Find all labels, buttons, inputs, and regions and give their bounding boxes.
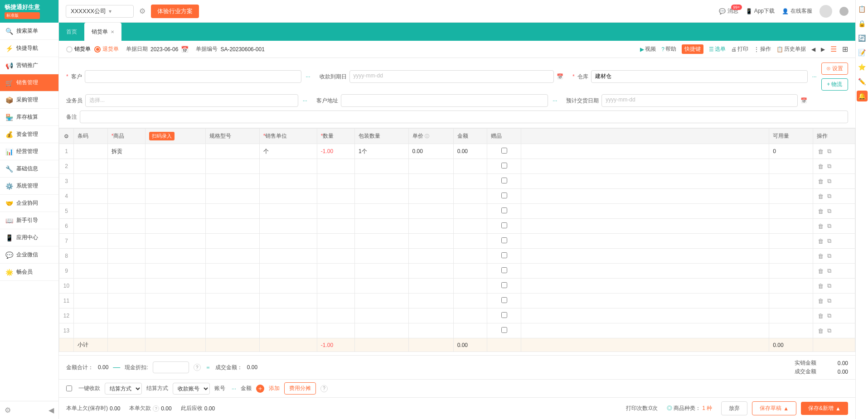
select-btn[interactable]: ☰ 选单 [709,45,726,53]
right-icon-bell[interactable]: 🔔 [857,91,868,101]
sidebar-item-enterprise[interactable]: 🤝 企业协同 [0,195,58,212]
address-dots[interactable]: ··· [553,97,557,104]
sidebar-item-app-center[interactable]: 📱 应用中心 [0,229,58,246]
logistics-btn[interactable]: + 物流 [821,78,848,91]
save-new-btn[interactable]: 保存&新增 ▲ [801,402,848,415]
note-input[interactable] [80,111,848,123]
row-amount[interactable]: 0.00 [453,144,487,159]
salesperson-dots[interactable]: ··· [303,97,307,104]
one-click-checkbox[interactable] [66,385,72,391]
delete-row-btn[interactable]: 🗑 [817,222,824,231]
history-btn[interactable]: 📋 历史单据 [776,45,806,53]
experience-btn[interactable]: 体验行业方案 [151,5,199,18]
tab-close-icon[interactable]: ✕ [111,29,114,34]
tab-sales-order[interactable]: 销货单 ✕ [84,23,121,41]
right-icon-edit[interactable]: ✏️ [857,76,868,87]
copy-row-btn[interactable]: ⧉ [826,207,832,216]
right-icon-refresh[interactable]: 🔄 [857,33,868,43]
sidebar-item-wechat[interactable]: 💬 企业微信 [0,246,58,264]
row-gift[interactable] [487,144,521,159]
discount-input[interactable] [153,361,189,373]
salesperson-input[interactable]: 选择... [85,94,298,107]
account-dots[interactable]: ··· [232,385,236,392]
online-service-btn[interactable]: 👤 在线客服 [782,7,812,15]
row-qty[interactable]: -1.00 [317,144,354,159]
copy-row-btn[interactable]: ⧉ [826,251,832,260]
copy-row-btn[interactable]: ⧉ [826,192,832,201]
print-btn[interactable]: 🖨 打印 [731,45,748,53]
delete-row-btn[interactable]: 🗑 [817,192,824,201]
abandon-btn[interactable]: 放弃 [721,401,747,415]
due-date-input[interactable]: yyyy-mm-dd [349,70,554,83]
sidebar-item-system[interactable]: ⚙️ 系统管理 [0,178,58,195]
list-view-icon[interactable]: ☰ [830,45,837,53]
tab-home[interactable]: 首页 [59,23,84,41]
delete-row-btn[interactable]: 🗑 [817,311,824,320]
delete-row-btn[interactable]: 🗑 [817,177,824,186]
sidebar-item-inventory[interactable]: 🏪 库存核算 [0,109,58,126]
delivery-date-input[interactable]: yyyy-mm-dd [601,94,798,107]
delete-row-btn[interactable]: 🗑 [817,266,824,275]
delete-row-btn[interactable]: 🗑 [817,281,824,290]
col-scan[interactable]: 扫码录入 [145,129,206,144]
payment-help-icon[interactable]: ? [320,385,328,392]
customer-input[interactable] [85,70,301,83]
right-icon-lock[interactable]: 🔒 [857,18,868,29]
delete-row-btn[interactable]: 🗑 [817,326,824,335]
collapse-icon[interactable]: ◀ [48,406,54,414]
copy-row-btn[interactable]: ⧉ [826,236,832,246]
product-kind-value[interactable]: 1 种 [702,405,712,411]
radio-sales-order[interactable]: 销货单 [66,45,91,53]
row-pack-qty[interactable]: 1个 [355,144,409,159]
sidebar-item-purchase[interactable]: 📦 采购管理 [0,92,58,109]
sidebar-item-quick-nav[interactable]: ⚡ 快捷导航 [0,40,58,57]
row-barcode[interactable] [74,144,108,159]
row-product[interactable]: 拆贡 [107,144,145,159]
row-unit[interactable]: 个 [259,144,317,159]
sidebar-item-basic-info[interactable]: 🔧 基础信息 [0,160,58,178]
copy-row-btn[interactable]: ⧉ [826,296,832,305]
sidebar-item-sales[interactable]: 🛒 销售管理 [0,74,58,92]
copy-row-btn[interactable]: ⧉ [826,222,832,231]
right-icon-clipboard[interactable]: 📋 [857,4,868,14]
customer-dots[interactable]: ··· [306,73,310,80]
copy-row-btn[interactable]: ⧉ [826,177,832,186]
copy-row-btn[interactable]: ⧉ [826,266,832,275]
fee-split-btn[interactable]: 费用分摊 [284,382,316,395]
payment-method-select[interactable]: 结算方式 [105,383,142,395]
account-select[interactable]: 收款账号 [173,383,210,395]
operation-btn[interactable]: ⋮ 操作 [754,45,771,53]
video-btn[interactable]: ▶ 视频 [640,45,656,53]
col-gear[interactable]: ⚙ [59,129,74,144]
shortcut-btn[interactable]: 快捷键 [682,44,703,54]
copy-row-btn[interactable]: ⧉ [826,147,832,156]
sidebar-item-guide[interactable]: 📖 新手引导 [0,212,58,229]
scan-btn[interactable]: 扫码录入 [149,132,175,140]
copy-row-btn[interactable]: ⧉ [826,311,832,320]
gear-icon[interactable]: ⚙ [139,7,145,15]
help-btn[interactable]: ? 帮助 [661,45,676,53]
message-btn[interactable]: 💬 消息 99+ [719,7,738,15]
sidebar-item-finance[interactable]: 💰 资金管理 [0,126,58,143]
sidebar-item-member[interactable]: 🌟 畅会员 [0,264,58,281]
sidebar-item-management[interactable]: 📊 经营管理 [0,143,58,160]
warehouse-dots[interactable]: ··· [812,73,817,80]
copy-row-btn[interactable]: ⧉ [826,326,832,335]
sidebar-item-search[interactable]: 🔍 搜索菜单 [0,23,58,40]
right-icon-star[interactable]: ⭐ [857,62,868,72]
delete-row-btn[interactable]: 🗑 [817,236,824,246]
copy-row-btn[interactable]: ⧉ [826,162,832,171]
avatar2[interactable] [839,7,849,16]
calendar-icon[interactable]: 📅 [181,46,189,53]
delete-row-btn[interactable]: 🗑 [817,162,824,171]
add-payment-btn[interactable]: ＋ [256,385,264,393]
due-date-calendar-icon[interactable]: 📅 [557,73,563,80]
delete-row-btn[interactable]: 🗑 [817,251,824,260]
delete-row-btn[interactable]: 🗑 [817,147,824,156]
avatar[interactable] [820,5,832,18]
row-spec[interactable] [206,144,260,159]
settings-footer-icon[interactable]: ⚙ [5,406,11,414]
delete-row-btn[interactable]: 🗑 [817,207,824,216]
delete-row-btn[interactable]: 🗑 [817,296,824,305]
copy-row-btn[interactable]: ⧉ [826,281,832,290]
